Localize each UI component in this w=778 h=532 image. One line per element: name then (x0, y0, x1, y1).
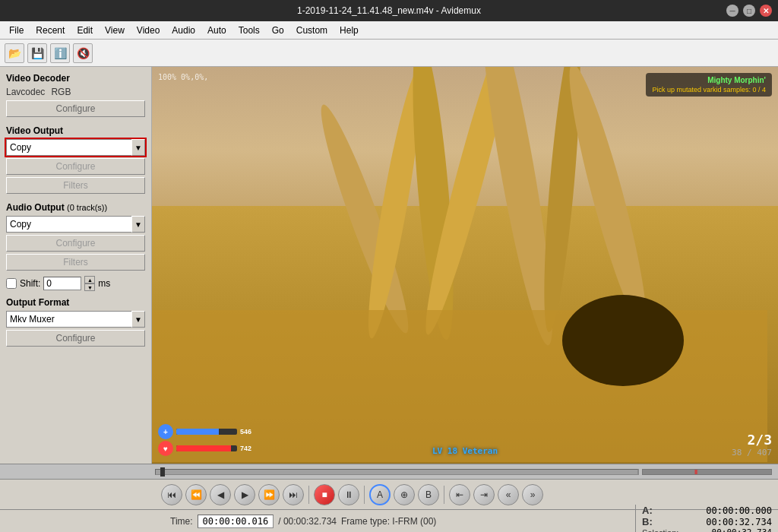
hud-level-text: LV 18 Veteran (432, 446, 498, 456)
timecode-section: A: 00:00:00.000 B: 00:00:32.734 Selectio… (635, 505, 772, 532)
prev-frame-button[interactable]: ◀ (210, 484, 231, 505)
frame-type-label: Frame type: I-FRM (00) (341, 516, 436, 527)
mini-scrubber[interactable] (642, 469, 772, 475)
audio-output-dropdown-arrow[interactable]: ▼ (131, 216, 145, 233)
menu-edit[interactable]: Edit (71, 24, 99, 37)
health-bar (176, 445, 237, 451)
mark-a-button[interactable]: A (369, 484, 391, 505)
info-button[interactable]: ℹ️ (50, 43, 70, 63)
timecode-b-value: 00:00:32.734 (706, 517, 772, 527)
menubar: File Recent Edit View Video Audio Auto T… (0, 21, 778, 40)
menu-help[interactable]: Help (334, 24, 365, 37)
shift-checkbox[interactable] (6, 278, 17, 289)
mark-b-button[interactable]: B (418, 484, 439, 505)
shift-up-button[interactable]: ▲ (84, 276, 95, 283)
shield-icon: + (158, 424, 173, 439)
scrubber-handle[interactable] (160, 467, 165, 477)
left-panel: Video Decoder Lavcodec RGB Configure Vid… (0, 67, 152, 464)
video-output-dropdown-arrow[interactable]: ▼ (131, 139, 145, 156)
video-output-select-wrapper: Copy ▼ (6, 139, 145, 156)
mute-button[interactable]: 🔇 (73, 43, 93, 63)
hud-health-stat: ♥ 742 (158, 441, 251, 456)
controls-separator-3 (444, 486, 444, 504)
go-to-start-button[interactable]: ⏮ (161, 484, 182, 505)
menu-tools[interactable]: Tools (232, 24, 266, 37)
menu-custom[interactable]: Custom (290, 24, 334, 37)
shift-input[interactable] (43, 277, 81, 290)
status-bar: Time: 00:00:00.016 / 00:00:32.734 Frame … (0, 509, 778, 532)
selection-row: Selection: 00:00:32.734 (642, 527, 772, 532)
shield-fill (176, 429, 219, 435)
controls-separator (308, 486, 309, 504)
titlebar: 1-2019-11-24_11.41.48_new.m4v - Avidemux… (0, 0, 778, 21)
next-segment-button[interactable]: » (522, 484, 543, 505)
audio-output-title: Audio Output (0 track(s)) (6, 202, 145, 213)
stop-button[interactable]: ■ (314, 484, 335, 505)
output-format-select[interactable]: Mkv Muxer (6, 311, 132, 328)
zoom-button[interactable]: ⊕ (394, 484, 415, 505)
window-title: 1-2019-11-24_11.41.48_new.m4v - Avidemux (52, 5, 726, 16)
minimize-button[interactable]: ─ (726, 5, 738, 17)
timecode-a-row: A: 00:00:00.000 (642, 505, 772, 516)
prev-segment-button[interactable]: « (498, 484, 519, 505)
menu-file[interactable]: File (3, 24, 30, 37)
video-output-configure-button[interactable]: Configure (6, 158, 145, 175)
shift-label: Shift: (20, 278, 40, 289)
shift-down-button[interactable]: ▼ (84, 283, 95, 291)
menu-audio[interactable]: Audio (166, 24, 201, 37)
prev-keyframe-button[interactable]: ⇤ (449, 484, 470, 505)
timecode-a-label: A: (642, 505, 653, 516)
shift-row: Shift: ▲ ▼ ms (6, 276, 145, 291)
shield-value: 546 (240, 428, 251, 435)
close-button[interactable]: ✕ (760, 5, 772, 17)
shift-spinner[interactable]: ▲ ▼ (84, 276, 95, 291)
next-frame-button[interactable]: ▶ (234, 484, 255, 505)
fast-forward-button[interactable]: ⏩ (258, 484, 280, 505)
scrubber-track[interactable] (155, 469, 638, 475)
next-keyframe-button[interactable]: ⇥ (473, 484, 495, 505)
audio-output-select-wrapper: Copy ▼ (6, 216, 145, 233)
shift-unit-label: ms (98, 278, 110, 289)
hud-topright: Mighty Morphin' Pick up mutated varkid s… (646, 73, 772, 97)
timecode-a-value: 00:00:00.000 (706, 505, 772, 516)
pause-button[interactable]: ⏸ (338, 484, 359, 505)
video-decoder-configure-button[interactable]: Configure (6, 100, 145, 117)
shield-bar (176, 429, 237, 435)
controls-separator-2 (364, 486, 365, 504)
menu-auto[interactable]: Auto (201, 24, 232, 37)
audio-output-select[interactable]: Copy (6, 216, 132, 233)
audio-output-configure-button[interactable]: Configure (6, 235, 145, 252)
rewind-button[interactable]: ⏪ (185, 484, 207, 505)
audio-output-filters-button[interactable]: Filters (6, 254, 145, 271)
hud-shield-stat: + 546 (158, 424, 251, 439)
maximize-button[interactable]: □ (743, 5, 755, 17)
timecode-b-label: B: (642, 516, 653, 527)
hud-topleft: 100% 0%,0%, (158, 73, 208, 81)
main-area: Video Decoder Lavcodec RGB Configure Vid… (0, 67, 778, 464)
save-button[interactable]: 💾 (27, 43, 47, 63)
colorspace-label: RGB (51, 87, 71, 97)
hud-bottomleft: + 546 ♥ 742 (158, 424, 251, 458)
hud-overlay: 100% 0%,0%, Mighty Morphin' Pick up muta… (152, 67, 778, 464)
game-scene: 100% 0%,0%, Mighty Morphin' Pick up muta… (152, 67, 778, 464)
menu-video[interactable]: Video (131, 24, 166, 37)
video-output-select[interactable]: Copy (6, 139, 132, 156)
total-time-label: / 00:00:32.734 (278, 516, 337, 527)
codec-label: Lavcodec (6, 87, 45, 97)
scrubber-right-area (638, 469, 775, 475)
menu-view[interactable]: View (99, 24, 131, 37)
menu-go[interactable]: Go (266, 24, 290, 37)
window-controls: ─ □ ✕ (726, 5, 772, 17)
ammo-reserve: 38 / 407 (732, 448, 772, 458)
time-label: Time: (170, 516, 193, 527)
health-value: 742 (240, 445, 251, 452)
go-to-end-button[interactable]: ⏭ (283, 484, 304, 505)
time-status: Time: 00:00:00.016 / 00:00:32.734 Frame … (170, 515, 436, 528)
toolbar: 📂 💾 ℹ️ 🔇 (0, 40, 778, 67)
open-button[interactable]: 📂 (5, 43, 24, 63)
video-output-filters-button[interactable]: Filters (6, 177, 145, 194)
menu-recent[interactable]: Recent (30, 24, 71, 37)
output-format-dropdown-arrow[interactable]: ▼ (131, 311, 145, 328)
output-format-configure-button[interactable]: Configure (6, 330, 145, 347)
timecode-b-row: B: 00:00:32.734 (642, 516, 772, 527)
